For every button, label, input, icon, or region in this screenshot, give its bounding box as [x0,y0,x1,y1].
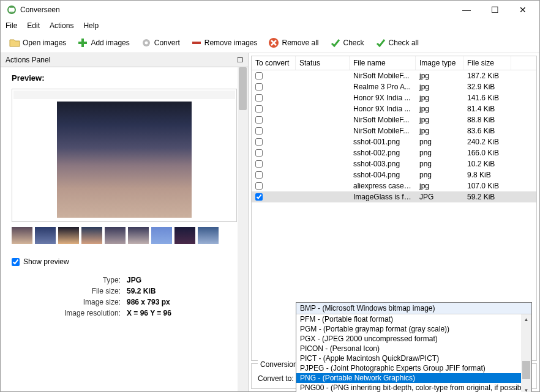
row-checkbox[interactable] [255,83,263,91]
table-row[interactable]: sshot-003.pngpng10.2 KiB [252,158,536,169]
row-imagetype: jpg [416,72,463,80]
maximize-button[interactable]: ☐ [481,1,509,19]
table-row[interactable]: Realme 3 Pro A...jpg32.9 KiB [252,81,536,92]
thumbnail[interactable] [12,227,32,244]
row-checkbox[interactable] [255,182,263,190]
add-images-button[interactable]: Add images [73,36,133,50]
row-checkbox[interactable] [255,105,263,113]
row-checkbox[interactable] [255,160,263,168]
plus-icon [77,37,88,48]
row-imagetype: jpg [416,94,463,102]
row-filename: sshot-002.png [350,149,416,157]
convert-to-label: Convert to: [258,374,294,383]
minus-icon [191,37,202,48]
row-filesize: 88.8 KiB [463,116,511,124]
dropdown-option[interactable]: PFM - (Portable float format) [296,314,531,324]
row-filesize: 10.2 KiB [463,160,511,168]
row-filename: sshot-001.png [350,138,416,146]
table-row[interactable]: NirSoft MobileF...jpg88.8 KiB [252,114,536,125]
row-filename: sshot-003.png [350,160,416,168]
th-status[interactable]: Status [296,56,350,70]
check-button[interactable]: Check [326,36,368,50]
row-filesize: 59.2 KiB [463,193,511,201]
dropdown-option[interactable]: PNG - (Portable Network Graphics) [296,373,531,383]
row-checkbox[interactable] [255,116,263,124]
dropdown-scrollbar[interactable]: ▲ ▼ [521,314,531,392]
dropdown-option[interactable]: PJPEG - (Joint Photographic Experts Grou… [296,363,531,373]
dropdown-option[interactable]: PGX - (JPEG 2000 uncompressed format) [296,334,531,344]
preview-label: Preview: [12,73,237,83]
row-checkbox[interactable] [255,138,263,146]
open-images-button[interactable]: Open images [6,36,70,50]
minimize-button[interactable]: — [452,1,481,19]
convert-button[interactable]: Convert [137,36,184,50]
convert-to-dropdown-open[interactable]: BMP - (Microsoft Windows bitmap image) P… [296,302,532,392]
info-type-value: JPG [121,276,141,284]
table-row[interactable]: Honor 9X India ...jpg141.6 KiB [252,92,536,103]
row-checkbox[interactable] [255,94,263,102]
row-filename: ImageGlass is fr... [350,193,416,201]
thumbnail[interactable] [105,227,126,244]
dropdown-option[interactable]: PICON - (Personal Icon) [296,344,531,353]
thumbnail[interactable] [81,227,102,244]
thumbnail[interactable] [128,227,149,244]
left-scrollbar[interactable] [238,67,248,391]
remove-all-button[interactable]: Remove all [264,36,322,50]
table-row[interactable]: Honor 9X India ...jpg81.4 KiB [252,103,536,114]
th-toconvert[interactable]: To convert [252,56,296,70]
check-all-icon [375,37,386,48]
dropdown-option[interactable]: PICT - (Apple Macintosh QuickDraw/PICT) [296,353,531,363]
row-checkbox[interactable] [255,72,263,80]
check-icon [330,37,341,48]
row-filesize: 187.2 KiB [463,72,511,80]
row-imagetype: jpg [416,116,463,124]
info-filesize-value: 59.2 KiB [121,287,156,295]
preview-image [12,89,237,222]
row-checkbox[interactable] [255,149,263,157]
table-row[interactable]: sshot-002.pngpng166.0 KiB [252,147,536,158]
menu-help[interactable]: Help [83,21,99,30]
row-imagetype: png [416,138,463,146]
close-button[interactable]: ✕ [509,1,537,19]
table-row[interactable]: ImageGlass is fr...JPG59.2 KiB [252,191,536,202]
row-filename: NirSoft MobileF... [350,127,416,135]
table-row[interactable]: aliexpress case.j...jpg107.0 KiB [252,180,536,191]
thumbnail[interactable] [58,227,79,244]
menu-actions[interactable]: Actions [50,21,73,30]
scroll-up-icon[interactable]: ▲ [521,314,531,324]
table-header: To convert Status File name Image type F… [252,56,536,70]
show-preview-checkbox[interactable] [12,258,20,266]
remove-images-button[interactable]: Remove images [187,36,261,50]
thumbnail[interactable] [174,227,195,244]
table-row[interactable]: sshot-001.pngpng240.2 KiB [252,136,536,147]
table-row[interactable]: NirSoft MobileF...jpg187.2 KiB [252,70,536,81]
check-all-button[interactable]: Check all [372,36,422,50]
row-checkbox[interactable] [255,127,263,135]
thumbnail[interactable] [151,227,172,244]
dropdown-option[interactable]: PNG00 - (PNG inheriting bit-depth, color… [296,383,531,392]
toolbar: Open images Add images Convert Remove im… [1,32,539,53]
panel-restore-icon[interactable]: ❐ [237,56,243,64]
table-row[interactable]: sshot-004.pngpng9.8 KiB [252,169,536,180]
table-row[interactable]: NirSoft MobileF...jpg83.6 KiB [252,125,536,136]
row-filename: Honor 9X India ... [350,105,416,113]
menu-edit[interactable]: Edit [27,21,40,30]
row-filesize: 240.2 KiB [463,138,511,146]
th-filename[interactable]: File name [350,56,416,70]
dropdown-selected[interactable]: BMP - (Microsoft Windows bitmap image) [296,303,531,314]
row-filename: NirSoft MobileF... [350,72,416,80]
th-imagetype[interactable]: Image type [416,56,463,70]
dropdown-option[interactable]: PGM - (Portable graymap format (gray sca… [296,324,531,334]
th-filesize[interactable]: File size [463,56,511,70]
row-imagetype: png [416,160,463,168]
scroll-down-icon[interactable]: ▼ [521,385,531,392]
thumbnail[interactable] [35,227,56,244]
row-checkbox[interactable] [255,193,263,201]
menu-file[interactable]: File [6,21,17,30]
show-preview-label: Show preview [23,257,69,266]
row-checkbox[interactable] [255,171,263,179]
row-filename: aliexpress case.j... [350,182,416,190]
actions-panel: Actions Panel ❐ Preview: [1,53,249,391]
row-imagetype: jpg [416,83,463,91]
thumbnail[interactable] [198,227,219,244]
